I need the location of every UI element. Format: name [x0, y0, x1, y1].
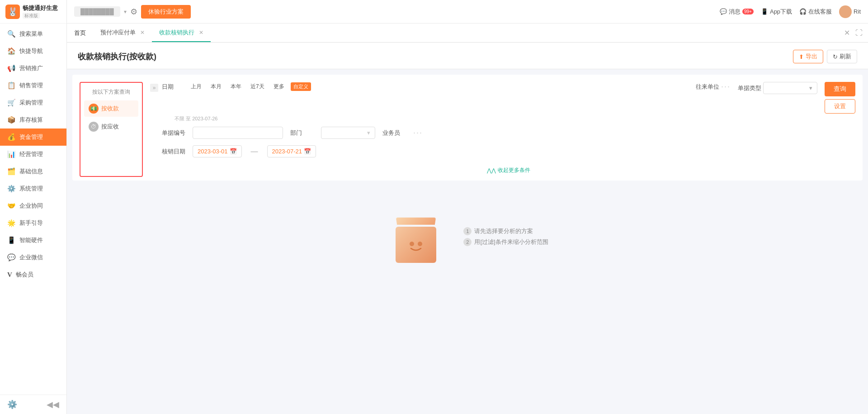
close-receipt-writeoff-tab-icon[interactable]: ✕	[199, 29, 203, 36]
doc-type-select[interactable]: ▾	[763, 82, 817, 94]
app-download-button[interactable]: 📱 App下载	[761, 8, 792, 16]
collapse-more-button[interactable]: ⋀⋀ 收起更多条件	[162, 164, 855, 177]
date-nolimit-note: 不限 至 2023-07-26	[175, 115, 855, 122]
sidebar-item-marketing[interactable]: 📢 营销推广	[0, 60, 66, 77]
empty-box-flap	[396, 218, 436, 225]
page-actions: ⬆ 导出 ↻ 刷新	[793, 50, 857, 63]
operations-icon: 📊	[7, 150, 16, 158]
tab-bar: 首页 预付冲应付单 ✕ 收款核销执行 ✕ ✕ ⛶	[67, 24, 868, 43]
collapse-filter-button[interactable]: »	[150, 84, 158, 92]
close-tab-action-button[interactable]: ✕	[842, 27, 852, 39]
sidebar-item-vip[interactable]: V 畅会员	[0, 266, 66, 283]
message-icon: 💬	[720, 8, 727, 15]
sidebar-item-finance[interactable]: 💰 资金管理	[0, 128, 66, 146]
inventory-icon: 📦	[7, 116, 16, 124]
collapse-sidebar-icon[interactable]: ◀◀	[47, 400, 59, 409]
query-btn-group: 查询 设置	[825, 82, 855, 114]
sidebar-item-enterprise-collab[interactable]: 🤝 企业协同	[0, 197, 66, 214]
app-icon: 📱	[761, 8, 768, 15]
empty-tip-1: 1 请先选择要分析的方案	[463, 227, 548, 235]
maximize-tab-button[interactable]: ⛶	[854, 27, 864, 39]
filter-sidebar: 按以下方案查询 💵 按收款 ⏱ 按应收	[80, 82, 143, 177]
logo-text: 畅捷通好生意 标准版	[23, 5, 58, 19]
tab-receipt-writeoff[interactable]: 收款核销执行 ✕	[152, 24, 211, 42]
sidebar-item-smart-hardware[interactable]: 📱 智能硬件	[0, 232, 66, 249]
close-prepay-tab-icon[interactable]: ✕	[140, 29, 145, 36]
top-bar-right: 💬 消息 99+ 📱 App下载 🎧 在线客服 Rit	[720, 5, 861, 18]
dept-select[interactable]: ▾	[321, 127, 375, 139]
sidebar-item-purchase[interactable]: 🛒 采购管理	[0, 94, 66, 111]
collapse-more-icon: ⋀⋀	[487, 167, 496, 174]
sidebar-item-basic-info[interactable]: 🗂️ 基础信息	[0, 163, 66, 180]
counterpart-dots[interactable]: ···	[721, 82, 731, 91]
counterpart-label: 往来单位	[696, 83, 719, 91]
date-last-7days-button[interactable]: 近7天	[248, 82, 267, 91]
headset-icon: 🎧	[799, 8, 807, 15]
enterprise-collab-icon: 🤝	[7, 202, 16, 210]
brand-name-display: ████████	[74, 6, 120, 17]
sidebar-item-inventory[interactable]: 📦 库存核算	[0, 111, 66, 128]
calendar-start-icon: 📅	[230, 148, 237, 155]
messages-button[interactable]: 💬 消息 99+	[720, 8, 754, 16]
basic-info-icon: 🗂️	[7, 167, 16, 176]
empty-state: 1 请先选择要分析的方案 2 用[过滤]条件来缩小分析范围	[72, 186, 863, 290]
settings-bottom-icon[interactable]: ⚙️	[7, 400, 17, 409]
sidebar-item-beginner[interactable]: 🌟 新手引导	[0, 214, 66, 232]
dropdown-arrow-icon[interactable]: ▾	[124, 9, 127, 15]
top-bar: ████████ ▾ ⚙ 休验行业方案 💬 消息 99+ 📱 App下载 🎧 在…	[67, 0, 868, 24]
industry-solution-button[interactable]: 休验行业方案	[141, 5, 191, 19]
sidebar-item-system[interactable]: ⚙️ 系统管理	[0, 180, 66, 197]
writeoff-start-date[interactable]: 2023-03-01 📅	[193, 145, 242, 157]
logo-icon: 🐰	[5, 5, 20, 19]
date-this-month-button[interactable]: 本月	[208, 82, 224, 91]
top-settings-icon[interactable]: ⚙	[130, 7, 137, 17]
page-title: 收款核销执行(按收款)	[78, 51, 156, 62]
sidebar-bottom: ⚙️ ◀◀	[0, 395, 66, 414]
query-button[interactable]: 查询	[825, 82, 855, 96]
filter-option-by-receivable[interactable]: ⏱ 按应收	[84, 119, 138, 135]
staff-dots[interactable]: ···	[413, 128, 423, 138]
writeoff-date-label: 核销日期	[162, 148, 185, 156]
avatar	[839, 5, 852, 18]
empty-box-body	[396, 227, 436, 263]
sidebar-item-wechat[interactable]: 💬 企业微信	[0, 249, 66, 266]
empty-illustration	[387, 213, 445, 263]
beginner-icon: 🌟	[7, 219, 16, 227]
filter-sidebar-title: 按以下方案查询	[84, 88, 138, 96]
svg-point-0	[410, 242, 414, 246]
empty-tip-2: 2 用[过滤]条件来缩小分析范围	[463, 238, 548, 246]
svg-point-1	[418, 242, 422, 246]
sidebar-item-search-menu[interactable]: 🔍 搜索菜单	[0, 25, 66, 43]
sidebar-item-sales[interactable]: 📋 销售管理	[0, 77, 66, 94]
dept-label: 部门	[290, 129, 314, 137]
empty-tips: 1 请先选择要分析的方案 2 用[过滤]条件来缩小分析范围	[463, 227, 548, 249]
date-more-button[interactable]: 更多	[271, 82, 287, 91]
doc-no-input[interactable]	[193, 127, 283, 139]
sidebar-item-operations[interactable]: 📊 经营管理	[0, 146, 66, 163]
date-label: 日期	[162, 83, 185, 91]
refresh-button[interactable]: ↻ 刷新	[827, 50, 857, 63]
settings-query-button[interactable]: 设置	[825, 99, 855, 114]
system-icon: ⚙️	[7, 185, 16, 193]
empty-box-face-svg	[405, 236, 427, 254]
tab-home[interactable]: 首页	[67, 24, 93, 42]
writeoff-end-date[interactable]: 2023-07-21 📅	[267, 145, 316, 157]
export-button[interactable]: ⬆ 导出	[793, 50, 823, 63]
finance-icon: 💰	[7, 133, 16, 141]
page-header: 收款核销执行(按收款) ⬆ 导出 ↻ 刷新	[67, 43, 868, 69]
date-last-month-button[interactable]: 上月	[188, 82, 204, 91]
date-custom-badge[interactable]: 自定义	[291, 82, 311, 91]
date-quick-buttons: 上月 本月 本年 近7天 更多 自定义	[188, 82, 311, 91]
filter-option-by-receipt[interactable]: 💵 按收款	[84, 100, 138, 117]
content-area: 收款核销执行(按收款) ⬆ 导出 ↻ 刷新 按以下方案查询 💵 按收款	[67, 43, 868, 414]
online-service-button[interactable]: 🎧 在线客服	[799, 8, 832, 16]
main-area: ████████ ▾ ⚙ 休验行业方案 💬 消息 99+ 📱 App下载 🎧 在…	[67, 0, 868, 414]
tab-prepay[interactable]: 预付冲应付单 ✕	[93, 24, 152, 42]
logo-area: 🐰 畅捷通好生意 标准版	[0, 0, 66, 24]
search-menu-icon: 🔍	[7, 30, 16, 38]
sidebar-item-quick-nav[interactable]: 🏠 快捷导航	[0, 43, 66, 60]
user-account[interactable]: Rit	[839, 5, 861, 18]
by-receipt-icon: 💵	[89, 104, 99, 114]
date-this-year-button[interactable]: 本年	[228, 82, 244, 91]
tab-actions: ✕ ⛶	[842, 24, 868, 42]
